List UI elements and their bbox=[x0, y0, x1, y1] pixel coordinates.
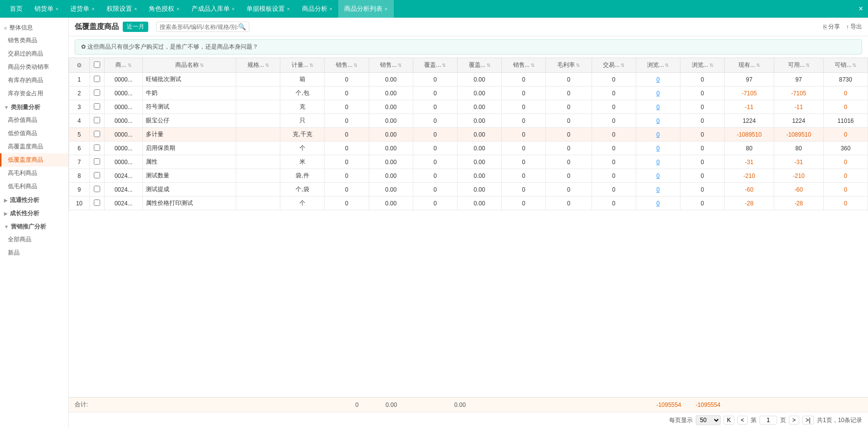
th-browse1[interactable]: 浏览...⇅ bbox=[636, 58, 680, 73]
period-button[interactable]: 近一月 bbox=[123, 22, 148, 32]
th-product-name[interactable]: 商品名称⇅ bbox=[143, 58, 236, 73]
page-size-select[interactable]: 50 10 20 100 bbox=[696, 415, 721, 425]
nav-product-analysis[interactable]: 商品分析 × bbox=[296, 0, 338, 18]
nav-product-stock[interactable]: 产成品入库单 × bbox=[186, 0, 241, 18]
row-checkbox[interactable] bbox=[89, 142, 104, 155]
window-close-button[interactable]: × bbox=[859, 4, 863, 13]
row-browse1[interactable]: 0 bbox=[636, 100, 680, 114]
sidebar-item-high-coverage[interactable]: 高覆盖度商品 bbox=[0, 140, 68, 153]
sidebar-item-in-stock[interactable]: 有库存的商品 bbox=[0, 74, 68, 87]
row-browse1[interactable]: 0 bbox=[636, 155, 680, 169]
sidebar-item-category-rate[interactable]: 商品分类动销率 bbox=[0, 60, 68, 74]
share-button[interactable]: ⎘ 分享 bbox=[823, 23, 840, 31]
sidebar-item-traded-products[interactable]: 交易过的商品 bbox=[0, 47, 68, 60]
last-page-btn[interactable]: >| bbox=[802, 416, 814, 425]
row-sales1: 0 bbox=[325, 183, 369, 197]
row-spec bbox=[236, 142, 280, 155]
first-page-btn[interactable]: K bbox=[724, 416, 734, 425]
export-label: 导出 bbox=[850, 23, 862, 31]
close-purchase-order[interactable]: × bbox=[91, 6, 94, 12]
row-browse1[interactable]: 0 bbox=[636, 114, 680, 128]
row-checkbox[interactable] bbox=[89, 73, 104, 86]
row-gross: 0 bbox=[546, 142, 592, 155]
search-input[interactable] bbox=[160, 24, 238, 30]
close-analysis[interactable]: × bbox=[329, 6, 332, 12]
nav-analysis-list[interactable]: 商品分析列表 × bbox=[338, 0, 393, 18]
current-page-input[interactable] bbox=[760, 416, 777, 425]
th-saleable[interactable]: 可销...⇅ bbox=[823, 58, 868, 73]
sidebar-item-low-value[interactable]: 低价值商品 bbox=[0, 127, 68, 140]
nav-permission-settings[interactable]: 权限设置 × bbox=[101, 0, 143, 18]
th-product-code[interactable]: 商...⇅ bbox=[104, 58, 143, 73]
nav-role-auth[interactable]: 角色授权 × bbox=[143, 0, 185, 18]
close-analysis-list[interactable]: × bbox=[384, 6, 387, 12]
table-row[interactable]: 4 0000... 眼宝公仔 只 0 0.00 0 0.00 0 0 0 0 0… bbox=[69, 114, 868, 128]
row-checkbox[interactable] bbox=[89, 128, 104, 142]
row-checkbox[interactable] bbox=[89, 114, 104, 128]
sidebar-item-sales-products[interactable]: 销售类商品 bbox=[0, 34, 68, 47]
nav-home[interactable]: 首页 bbox=[4, 0, 28, 18]
row-sales1: 0 bbox=[325, 86, 369, 100]
row-browse1[interactable]: 0 bbox=[636, 142, 680, 155]
nav-sales-order[interactable]: 销货单 × bbox=[28, 0, 64, 18]
row-checkbox[interactable] bbox=[89, 183, 104, 197]
th-sales-amount[interactable]: 销售...⇅ bbox=[369, 58, 413, 73]
th-current-stock[interactable]: 现有...⇅ bbox=[725, 58, 774, 73]
sidebar-item-new-products[interactable]: 新品 bbox=[0, 246, 68, 259]
table-row[interactable]: 3 0000... 符号测试 克 0 0.00 0 0.00 0 0 0 0 0… bbox=[69, 100, 868, 114]
th-available-stock[interactable]: 可用...⇅ bbox=[774, 58, 823, 73]
th-browse2[interactable]: 浏览...⇅ bbox=[680, 58, 724, 73]
close-product-stock[interactable]: × bbox=[232, 6, 235, 12]
row-browse1[interactable]: 0 bbox=[636, 128, 680, 142]
row-browse1[interactable]: 0 bbox=[636, 169, 680, 183]
th-coverage1[interactable]: 覆盖...⇅ bbox=[413, 58, 457, 73]
th-coverage2[interactable]: 覆盖...⇅ bbox=[457, 58, 501, 73]
sidebar-item-high-value[interactable]: 高价值商品 bbox=[0, 114, 68, 127]
row-checkbox[interactable] bbox=[89, 100, 104, 114]
close-template[interactable]: × bbox=[287, 6, 290, 12]
row-sales1: 0 bbox=[325, 169, 369, 183]
sidebar-item-low-coverage[interactable]: 低覆盖度商品 bbox=[0, 153, 68, 167]
table-row[interactable]: 2 0000... 牛奶 个,包 0 0.00 0 0.00 0 0 0 0 0… bbox=[69, 86, 868, 100]
th-trade[interactable]: 交易...⇅ bbox=[592, 58, 636, 73]
nav-template-settings[interactable]: 单据模板设置 × bbox=[241, 0, 296, 18]
row-checkbox[interactable] bbox=[89, 197, 104, 210]
table-row[interactable]: 1 0000... 旺铺批次测试 箱 0 0.00 0 0.00 0 0 0 0… bbox=[69, 73, 868, 86]
sidebar-item-all-products[interactable]: 全部商品 bbox=[0, 233, 68, 246]
row-available: -31 bbox=[774, 155, 823, 169]
prev-page-btn[interactable]: < bbox=[737, 416, 748, 425]
table-row[interactable]: 10 0024... 属性价格打印测试 个 0 0.00 0 0.00 0 0 … bbox=[69, 197, 868, 210]
row-checkbox[interactable] bbox=[89, 169, 104, 183]
table-row[interactable]: 9 0024... 测试提成 个,袋 0 0.00 0 0.00 0 0 0 0… bbox=[69, 183, 868, 197]
table-row[interactable]: 6 0000... 启用保质期 个 0 0.00 0 0.00 0 0 0 0 … bbox=[69, 142, 868, 155]
th-spec[interactable]: 规格...⇅ bbox=[236, 58, 280, 73]
export-button[interactable]: ↑ 导出 bbox=[846, 23, 862, 31]
table-row[interactable]: 5 0000... 多计量 克,千克 0 0.00 0 0.00 0 0 0 0… bbox=[69, 128, 868, 142]
row-checkbox[interactable] bbox=[89, 86, 104, 100]
close-role[interactable]: × bbox=[176, 6, 179, 12]
select-all-checkbox[interactable] bbox=[94, 61, 100, 68]
th-sales3[interactable]: 销售...⇅ bbox=[502, 58, 546, 73]
row-checkbox[interactable] bbox=[89, 155, 104, 169]
row-browse1[interactable]: 0 bbox=[636, 197, 680, 210]
nav-purchase-order[interactable]: 进货单 × bbox=[64, 0, 100, 18]
page-size-label: 每页显示 bbox=[669, 416, 693, 425]
sidebar-item-stock-capital[interactable]: 库存资金占用 bbox=[0, 87, 68, 100]
th-unit[interactable]: 计量...⇅ bbox=[280, 58, 325, 73]
th-sales-qty[interactable]: 销售...⇅ bbox=[325, 58, 369, 73]
table-row[interactable]: 8 0024... 测试数量 袋,件 0 0.00 0 0.00 0 0 0 0… bbox=[69, 169, 868, 183]
row-browse1[interactable]: 0 bbox=[636, 73, 680, 86]
close-permission[interactable]: × bbox=[134, 6, 137, 12]
gear-settings-icon[interactable]: ⚙ bbox=[69, 58, 90, 73]
sidebar-item-low-profit[interactable]: 低毛利商品 bbox=[0, 180, 68, 193]
sidebar-collapse-btn[interactable]: « bbox=[4, 25, 7, 31]
th-gross-margin[interactable]: 毛利率⇅ bbox=[546, 58, 592, 73]
row-browse1[interactable]: 0 bbox=[636, 183, 680, 197]
data-table-container[interactable]: ⚙ 商...⇅ 商品名称⇅ 规格...⇅ 计量...⇅ 销售...⇅ 销售...… bbox=[69, 57, 868, 397]
sidebar-item-high-profit[interactable]: 高毛利商品 bbox=[0, 167, 68, 180]
select-all-checkbox-header[interactable] bbox=[89, 58, 104, 73]
row-browse1[interactable]: 0 bbox=[636, 86, 680, 100]
table-row[interactable]: 7 0000... 属性 米 0 0.00 0 0.00 0 0 0 0 0 -… bbox=[69, 155, 868, 169]
close-sales-order[interactable]: × bbox=[55, 6, 58, 12]
next-page-btn[interactable]: > bbox=[789, 416, 799, 425]
